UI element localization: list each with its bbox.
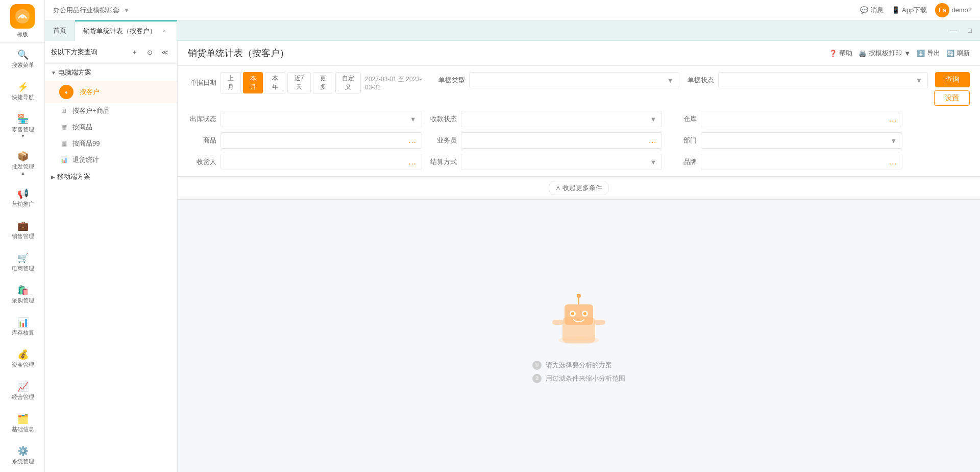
refresh-btn[interactable]: 🔄 刷新: [946, 49, 970, 58]
empty-tips: ① 请先选择要分析的方案 ② 用过滤条件来缩小分析范围: [532, 361, 625, 383]
date-btn-7days[interactable]: 近7天: [287, 72, 311, 93]
sidebar-item-basic[interactable]: 🗂️ 基础信息: [0, 407, 44, 439]
sidebar-item-retail[interactable]: 🏪 零售管理 ▼: [0, 107, 44, 145]
page-header-actions: ❓ 帮助 🖨️ 按模板打印 ▼ ⬇️ 导出 �: [829, 49, 970, 58]
sidebar-item-sales[interactable]: 💼 销售管理: [0, 214, 44, 246]
header-right: 💬 消息 📱 App下载 Ea demo2: [860, 3, 972, 17]
user-avatar: Ea: [935, 3, 949, 17]
scheme-item-by-product-label: 按商品: [72, 123, 92, 132]
type-select[interactable]: ▼: [469, 72, 679, 88]
scheme-group-desktop-header[interactable]: ▼ 电脑端方案: [45, 64, 177, 81]
salesperson-input[interactable]: …: [461, 132, 663, 149]
collapse-panel-btn[interactable]: ≪: [159, 46, 171, 58]
date-btn-this-month[interactable]: 本月: [243, 72, 263, 93]
type-label: 单据类型: [436, 76, 465, 85]
sidebar-item-quicknav[interactable]: ⚡ 快捷导航: [0, 75, 44, 107]
type-select-arrow: ▼: [667, 77, 674, 84]
basic-icon: 🗂️: [17, 413, 29, 424]
scheme-item-by-product-99[interactable]: ▦ 按商品99: [45, 135, 177, 152]
tab-home[interactable]: 首页: [45, 20, 75, 41]
sidebar-item-marketing[interactable]: 📢 营销推广: [0, 182, 44, 214]
status-select[interactable]: ▼: [718, 72, 928, 88]
add-scheme-btn[interactable]: ＋: [128, 46, 140, 58]
date-btn-custom[interactable]: 自定义: [335, 72, 361, 93]
sidebar-item-purchase[interactable]: 🛍️ 采购管理: [0, 278, 44, 311]
status-select-arrow: ▼: [916, 77, 922, 84]
date-filter: 上月 本月 本年 近7天 更多 自定义 2023-03-01 至 2023-03…: [220, 72, 430, 93]
purchase-icon: 🛍️: [17, 285, 29, 296]
tab-actions: — □: [947, 25, 980, 37]
pay-status-select[interactable]: ▼: [461, 111, 663, 127]
date-range-text: 2023-03-01 至 2023-03-31: [365, 75, 430, 91]
industry-dropdown-icon[interactable]: ▼: [124, 7, 130, 14]
svg-point-1: [20, 14, 24, 18]
refresh-icon: 🔄: [946, 50, 954, 57]
app-download-btn[interactable]: 📱 App下载: [892, 6, 927, 15]
pay-status-label: 收款状态: [428, 114, 457, 124]
svg-point-8: [583, 312, 586, 315]
scheme-item-by-customer[interactable]: ● 按客户: [45, 81, 177, 103]
payment-method-select[interactable]: ▼: [461, 154, 663, 170]
dept-select-arrow: ▼: [890, 137, 897, 145]
salesperson-label: 业务员: [428, 136, 457, 145]
tab-bar: 首页 销货单统计表（按客户） × — □: [45, 20, 980, 41]
system-icon: ⚙️: [17, 445, 29, 457]
tab-sales-stat[interactable]: 销货单统计表（按客户） ×: [75, 20, 177, 41]
message-btn[interactable]: 💬 消息: [860, 6, 884, 15]
pay-status-arrow: ▼: [650, 115, 656, 123]
scheme-item-by-customer-product[interactable]: ⊞ 按客户+商品: [45, 103, 177, 119]
scheme-item-by-product[interactable]: ▦ 按商品: [45, 119, 177, 135]
top-header: 办公用品行业模拟账套 ▼ 💬 消息 📱 App下载 Ea demo2: [45, 0, 980, 20]
tab-close-btn[interactable]: ×: [160, 27, 168, 35]
out-status-select[interactable]: ▼: [220, 111, 422, 127]
tab-minimize-btn[interactable]: —: [947, 25, 960, 37]
customer-product-icon: ⊞: [59, 106, 68, 115]
sidebar-item-finance[interactable]: 💰 资金管理: [0, 343, 44, 375]
warehouse-input[interactable]: …: [701, 111, 902, 127]
export-icon: ⬇️: [917, 50, 925, 57]
export-btn[interactable]: ⬇️ 导出: [917, 49, 940, 58]
user-menu[interactable]: Ea demo2: [935, 3, 972, 17]
finance-icon: 💰: [17, 349, 29, 360]
brand-dots: …: [889, 157, 897, 167]
sidebar-item-inventory[interactable]: 📊 库存核算: [0, 311, 44, 343]
sidebar-menu: 🔍 搜索菜单 ⚡ 快捷导航 🏪 零售管理 ▼ 📦 批发管理 ▲ 📢 营销推广: [0, 43, 44, 472]
print-dropdown-icon: ▼: [904, 50, 911, 57]
svg-point-10: [577, 294, 581, 298]
brand-input[interactable]: …: [701, 154, 902, 170]
empty-illustration: [548, 289, 609, 350]
template-print-btn[interactable]: 🖨️ 按模板打印 ▼: [859, 49, 911, 58]
print-icon: 🖨️: [859, 50, 867, 57]
scheme-item-return-stats[interactable]: 📊 退货统计: [45, 152, 177, 168]
sidebar-item-operation[interactable]: 📈 经营管理: [0, 375, 44, 407]
marketing-icon: 📢: [17, 188, 29, 199]
settings-button[interactable]: 设置: [934, 90, 970, 106]
date-btn-last-month[interactable]: 上月: [220, 72, 241, 93]
sidebar-item-wholesale[interactable]: 📦 批发管理 ▲: [0, 145, 44, 182]
recipient-input[interactable]: …: [220, 154, 422, 170]
page-title: 销货单统计表（按客户）: [188, 47, 289, 59]
query-button[interactable]: 查询: [935, 72, 970, 87]
sidebar-item-ecommerce[interactable]: 🛒 电商管理: [0, 246, 44, 278]
left-panel: 按以下方案查询 ＋ ⊙ ≪: [45, 41, 178, 472]
svg-rect-11: [552, 320, 564, 325]
collapse-filters-btn[interactable]: ∧ 收起更多条件: [549, 181, 609, 195]
scheme-item-by-customer-label: 按客户: [80, 87, 100, 97]
product-input[interactable]: …: [220, 132, 422, 149]
empty-tip-1: ① 请先选择要分析的方案: [532, 361, 625, 370]
tab-maximize-btn[interactable]: □: [964, 25, 976, 37]
logo-text: 标版: [17, 31, 28, 38]
sidebar-item-search[interactable]: 🔍 搜索菜单: [0, 43, 44, 75]
scheme-item-by-product-99-label: 按商品99: [72, 139, 100, 148]
dept-select[interactable]: ▼: [701, 132, 902, 149]
scheme-group-desktop: ▼ 电脑端方案 ● 按客户 ⊞ 按客户+商品: [45, 64, 177, 168]
edit-scheme-btn[interactable]: ⊙: [143, 46, 156, 58]
ecommerce-icon: 🛒: [17, 252, 29, 264]
date-btn-this-year[interactable]: 本年: [265, 72, 285, 93]
date-btn-more[interactable]: 更多: [313, 72, 333, 93]
date-label: 单据日期: [188, 78, 216, 87]
help-btn[interactable]: ❓ 帮助: [829, 49, 852, 58]
left-panel-header: 按以下方案查询 ＋ ⊙ ≪: [45, 41, 177, 64]
scheme-group-mobile-header[interactable]: ▶ 移动端方案: [45, 168, 177, 185]
sidebar-item-system[interactable]: ⚙️ 系统管理: [0, 439, 44, 471]
